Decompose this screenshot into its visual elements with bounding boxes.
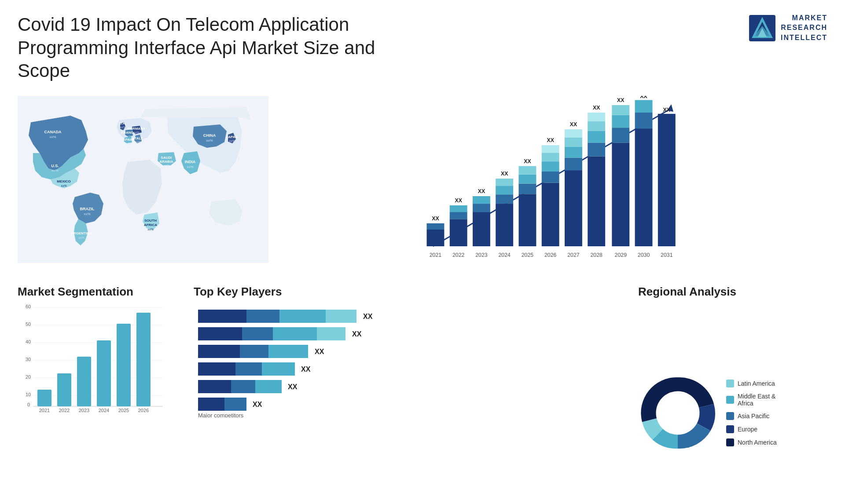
- svg-text:BRAZIL: BRAZIL: [80, 207, 95, 211]
- svg-text:xx%: xx%: [147, 228, 153, 231]
- svg-text:XX: XX: [455, 197, 462, 204]
- svg-text:20: 20: [26, 374, 31, 380]
- bottom-sections: Market Segmentation 60 50 40 30 20 10 0: [9, 281, 836, 504]
- legend-label-mea: Middle East &Africa: [738, 393, 775, 407]
- svg-text:2022: 2022: [452, 252, 465, 258]
- svg-text:40: 40: [26, 339, 31, 344]
- svg-text:xx%: xx%: [51, 168, 58, 172]
- svg-text:CHINA: CHINA: [203, 133, 216, 138]
- svg-rect-44: [450, 212, 467, 219]
- svg-text:SAUDI: SAUDI: [161, 156, 172, 160]
- svg-rect-150: [198, 398, 224, 411]
- svg-rect-129: [246, 310, 279, 323]
- svg-text:XX: XX: [547, 137, 554, 143]
- svg-rect-72: [565, 170, 582, 246]
- svg-text:XX: XX: [288, 383, 298, 391]
- svg-text:U.K.: U.K.: [119, 121, 126, 125]
- svg-text:2024: 2024: [498, 252, 511, 258]
- key-players-title: Top Key Players: [194, 285, 629, 299]
- svg-rect-43: [450, 219, 467, 246]
- svg-rect-62: [519, 166, 536, 174]
- svg-point-154: [656, 391, 700, 435]
- legend-middle-east: Middle East &Africa: [726, 393, 777, 407]
- svg-rect-142: [198, 362, 235, 376]
- svg-text:2025: 2025: [522, 252, 534, 258]
- svg-rect-67: [542, 161, 559, 172]
- svg-text:INDIA: INDIA: [185, 160, 196, 164]
- legend-color-na: [726, 438, 734, 446]
- legend-color-apac: [726, 412, 734, 420]
- svg-rect-69: [542, 145, 559, 153]
- svg-text:2026: 2026: [138, 408, 149, 413]
- svg-rect-93: [635, 113, 653, 128]
- key-players-section: Top Key Players XX XX XX: [194, 285, 629, 504]
- svg-rect-40: [427, 223, 445, 229]
- svg-rect-48: [473, 212, 490, 246]
- svg-text:XX: XX: [617, 97, 625, 103]
- svg-rect-60: [519, 183, 536, 194]
- svg-rect-50: [473, 196, 490, 204]
- bar-chart-section: XX 2021 XX 2022 XX 2023 XX 2024: [264, 91, 836, 281]
- svg-text:XX: XX: [570, 121, 577, 128]
- svg-text:2021: 2021: [430, 252, 442, 258]
- svg-rect-136: [317, 327, 345, 340]
- donut-legend-container: Latin America Middle East &Africa Asia P…: [638, 305, 823, 504]
- svg-rect-82: [588, 121, 605, 131]
- svg-text:XX: XX: [524, 158, 531, 164]
- svg-rect-133: [198, 327, 242, 340]
- svg-text:2024: 2024: [99, 408, 109, 413]
- legend-asia-pacific: Asia Pacific: [726, 412, 777, 420]
- world-map: CANADA xx% U.S. xx% MEXICO xx% BRAZIL xx…: [18, 96, 260, 263]
- segmentation-section: Market Segmentation 60 50 40 30 20 10 0: [18, 285, 185, 504]
- svg-rect-65: [542, 183, 559, 246]
- svg-rect-97: [658, 113, 676, 246]
- svg-rect-79: [588, 156, 605, 246]
- svg-text:50: 50: [26, 321, 31, 327]
- svg-text:XX: XX: [593, 105, 600, 111]
- svg-rect-87: [612, 128, 629, 142]
- svg-text:XX: XX: [315, 348, 324, 355]
- svg-text:xx%: xx%: [133, 131, 139, 134]
- svg-text:MEXICO: MEXICO: [57, 179, 71, 183]
- regional-title: Regional Analysis: [638, 285, 823, 299]
- svg-rect-68: [542, 153, 559, 161]
- page-title: Covid 19 Impact On Telecom Application P…: [18, 13, 378, 83]
- svg-text:xx%: xx%: [135, 141, 141, 144]
- svg-rect-130: [279, 310, 326, 323]
- legend-label-na: North America: [738, 439, 777, 446]
- svg-rect-88: [612, 115, 629, 128]
- svg-rect-94: [635, 100, 653, 113]
- svg-text:xx%: xx%: [120, 126, 125, 129]
- legend-north-america: North America: [726, 438, 777, 446]
- svg-text:xx%: xx%: [163, 164, 169, 167]
- svg-text:XX: XX: [301, 365, 311, 373]
- svg-rect-61: [519, 174, 536, 183]
- regional-section: Regional Analysis: [638, 285, 823, 504]
- svg-rect-114: [37, 390, 51, 406]
- svg-rect-86: [612, 142, 629, 246]
- svg-text:AFRICA: AFRICA: [144, 223, 157, 227]
- svg-text:CANADA: CANADA: [44, 130, 62, 134]
- svg-rect-138: [198, 345, 240, 358]
- svg-rect-118: [77, 357, 91, 406]
- svg-rect-146: [198, 380, 231, 393]
- svg-text:2026: 2026: [544, 252, 557, 258]
- svg-text:xx%: xx%: [84, 212, 90, 216]
- svg-rect-66: [542, 171, 559, 183]
- svg-rect-73: [565, 157, 582, 170]
- svg-text:XX: XX: [478, 188, 485, 194]
- svg-rect-122: [117, 324, 131, 406]
- svg-text:ITALY: ITALY: [133, 136, 143, 140]
- svg-rect-53: [496, 204, 513, 246]
- legend-label-latin: Latin America: [738, 380, 775, 387]
- svg-rect-74: [565, 146, 582, 157]
- svg-text:XX: XX: [363, 313, 373, 320]
- svg-rect-143: [235, 362, 262, 376]
- logo-area: MARKET RESEARCH INTELLECT: [695, 13, 827, 43]
- header: Covid 19 Impact On Telecom Application P…: [0, 0, 845, 91]
- legend-europe: Europe: [726, 425, 777, 433]
- svg-rect-59: [519, 194, 536, 246]
- svg-text:2023: 2023: [79, 408, 89, 413]
- svg-rect-75: [565, 138, 582, 147]
- svg-rect-83: [588, 113, 605, 121]
